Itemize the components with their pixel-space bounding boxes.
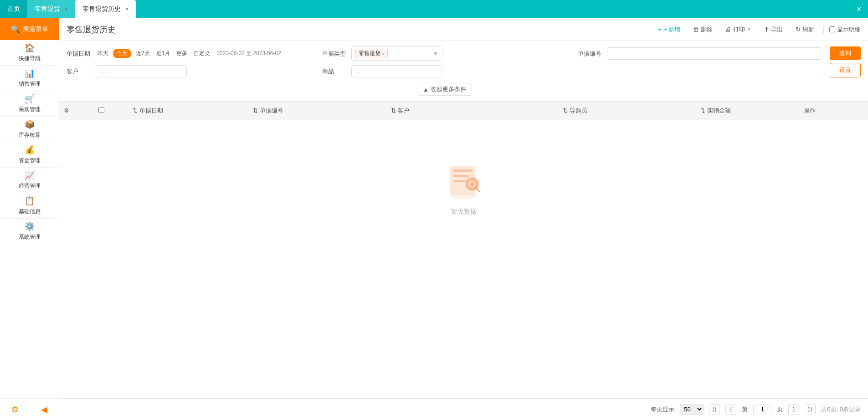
settings-button[interactable]: 设置 [830, 63, 861, 77]
page-label-prefix: 第 [742, 405, 748, 414]
sidebar-item-system-label: 系统管理 [19, 233, 41, 241]
tab-retail-return-history[interactable]: 零售退货历史 × [75, 0, 136, 18]
collapse-icon: ▲ [423, 86, 429, 93]
show-detail-checkbox[interactable] [829, 26, 835, 32]
filter-goods-input[interactable]: … [351, 65, 442, 77]
col-date-label: ⇅ 单据日期 [133, 107, 163, 114]
home-icon: 🏠 [25, 43, 35, 53]
filter-customer-label: 客户 [67, 67, 92, 76]
print-button[interactable]: 🖨 打印 ▼ [722, 24, 755, 36]
tab-retail-return[interactable]: 零售退货 × [27, 0, 75, 18]
select-all-checkbox[interactable] [98, 107, 104, 113]
filter-date-group: 昨天 今天 近7天 近1月 更多 自定义 2023-06-02 至 2023-0… [96, 49, 311, 58]
filter-type-tag-close[interactable]: × [382, 51, 385, 56]
sales-icon: 📊 [25, 68, 35, 78]
sidebar-item-quick-nav[interactable]: 🏠 快捷导航 [0, 40, 59, 66]
page-number-input[interactable] [753, 405, 771, 414]
sidebar-search-label: 搜索菜单 [23, 25, 48, 33]
refresh-label: 刷新 [802, 26, 814, 34]
tab-list: 首页 零售退货 × 零售退货历史 × [0, 0, 850, 18]
export-label: 导出 [771, 26, 783, 34]
page-title: 零售退货历史 [67, 24, 116, 35]
sidebar-item-basic-info[interactable]: 📋 基础信息 [0, 193, 59, 219]
purchase-icon: 🛒 [25, 94, 35, 104]
refresh-button[interactable]: ↻ 刷新 [792, 24, 818, 36]
sidebar-item-operations-label: 经营管理 [19, 182, 41, 190]
filter-type-tag: 零售退货 × [355, 49, 388, 58]
pagination-bar: 每页显示 50 10 20 100 ⟨⟨ ⟨ 第 页 ⟩ ⟩⟩ 共0页, 0条记… [59, 398, 868, 420]
sidebar-nav: 🏠 快捷导航 📊 销售管理 🛒 采购管理 📦 库存核算 💰 资金管理 📈 [0, 40, 59, 398]
first-page-button[interactable]: ⟨⟨ [709, 404, 720, 415]
filter-number-label: 单据编号 [578, 50, 603, 58]
date-more[interactable]: 更多 [175, 49, 189, 58]
sidebar-search-button[interactable]: 🔍 搜索菜单 [0, 18, 59, 40]
col-settings: ⚙ [59, 102, 94, 120]
collapse-sidebar-icon[interactable]: ◀ [41, 405, 47, 415]
date-custom[interactable]: 自定义 [192, 49, 212, 58]
prev-page-button[interactable]: ⟨ [725, 404, 736, 415]
col-guide: ⇅ 导购员 [558, 102, 696, 120]
date-today[interactable]: 今天 [113, 49, 131, 58]
window-close-button[interactable]: × [850, 0, 868, 18]
collapse-filter-button[interactable]: ▲ 收起更多条件 [417, 83, 472, 96]
settings-col-icon[interactable]: ⚙ [64, 107, 69, 114]
col-number: ⇅ 单据编号 [248, 102, 386, 120]
sidebar-item-sales[interactable]: 📊 销售管理 [0, 66, 59, 91]
last-page-button[interactable]: ⟩⟩ [805, 404, 816, 415]
filter-number-input[interactable] [607, 47, 822, 60]
new-button[interactable]: + + 新增 [654, 24, 684, 36]
filter-customer-input[interactable]: … [96, 65, 187, 77]
show-detail-label: 显示明细 [837, 26, 861, 34]
sidebar: 🔍 搜索菜单 🏠 快捷导航 📊 销售管理 🛒 采购管理 📦 库存核算 💰 [0, 18, 59, 420]
filter-type-select[interactable]: 零售退货 × ▼ [351, 46, 442, 61]
tab-home-label: 首页 [7, 5, 20, 13]
empty-state: 暂无数据 [59, 120, 868, 252]
pagination-info: 共0页, 0条记录 [821, 405, 861, 414]
filter-row-1: 单据日期 昨天 今天 近7天 近1月 更多 自定义 2023-06-02 至 2… [67, 46, 822, 61]
date-7days[interactable]: 近7天 [134, 49, 152, 58]
data-table: ⚙ ⇅ 单据日期 ⇅ 单据编号 ⇅ 客户 [59, 102, 868, 120]
refresh-icon: ↻ [796, 26, 801, 33]
date-range-display: 2023-06-02 至 2023-06-02 [216, 50, 281, 57]
settings-gear-icon[interactable]: ⚙ [11, 405, 19, 415]
sidebar-item-purchase-label: 采购管理 [19, 106, 41, 113]
col-date: ⇅ 单据日期 [128, 102, 248, 120]
filter-goods-label: 商品 [322, 67, 348, 76]
sidebar-item-sales-label: 销售管理 [19, 80, 41, 88]
query-button[interactable]: 查询 [830, 46, 861, 60]
print-dropdown-icon: ▼ [747, 27, 751, 32]
page-label-suffix: 页 [777, 405, 783, 414]
tab-home[interactable]: 首页 [0, 0, 27, 18]
empty-state-illustration [441, 157, 487, 202]
date-1month[interactable]: 近1月 [154, 49, 172, 58]
empty-state-text: 暂无数据 [451, 208, 477, 216]
filter-goods-item: 商品 … [322, 65, 567, 77]
delete-button[interactable]: 🗑 删除 [689, 24, 716, 36]
tab-retail-return-history-close[interactable]: × [125, 6, 128, 12]
sidebar-item-finance-label: 资金管理 [19, 157, 41, 164]
tab-retail-return-close[interactable]: × [65, 6, 68, 12]
page-header: 零售退货历史 + + 新增 🗑 删除 🖨 打印 ▼ ⬆ 导出 [59, 18, 868, 41]
sidebar-item-inventory[interactable]: 📦 库存核算 [0, 117, 59, 142]
filter-date-item: 单据日期 昨天 今天 近7天 近1月 更多 自定义 2023-06-02 至 2… [67, 49, 311, 58]
delete-label: 删除 [701, 26, 713, 34]
basic-info-icon: 📋 [25, 196, 35, 206]
col-guide-label: ⇅ 导购员 [563, 107, 587, 114]
sidebar-item-operations[interactable]: 📈 经营管理 [0, 168, 59, 193]
date-yesterday[interactable]: 昨天 [96, 49, 110, 58]
sidebar-item-finance[interactable]: 💰 资金管理 [0, 142, 59, 168]
per-page-select[interactable]: 50 10 20 100 [680, 404, 704, 415]
sidebar-item-inventory-label: 库存核算 [19, 131, 41, 139]
system-icon: ⚙️ [25, 221, 35, 231]
sidebar-item-system[interactable]: ⚙️ 系统管理 [0, 219, 59, 244]
col-number-label: ⇅ 单据编号 [253, 107, 283, 114]
export-button[interactable]: ⬆ 导出 [760, 24, 786, 36]
svg-rect-2 [453, 169, 473, 172]
col-customer: ⇅ 客户 [386, 102, 559, 120]
next-page-button[interactable]: ⟩ [788, 404, 799, 415]
top-bar: 首页 零售退货 × 零售退货历史 × × [0, 0, 868, 18]
filter-fields: 单据日期 昨天 今天 近7天 近1月 更多 自定义 2023-06-02 至 2… [67, 46, 822, 96]
table-header-row: ⚙ ⇅ 单据日期 ⇅ 单据编号 ⇅ 客户 [59, 102, 868, 120]
col-action: 操作 [799, 102, 868, 120]
sidebar-item-purchase[interactable]: 🛒 采购管理 [0, 91, 59, 117]
